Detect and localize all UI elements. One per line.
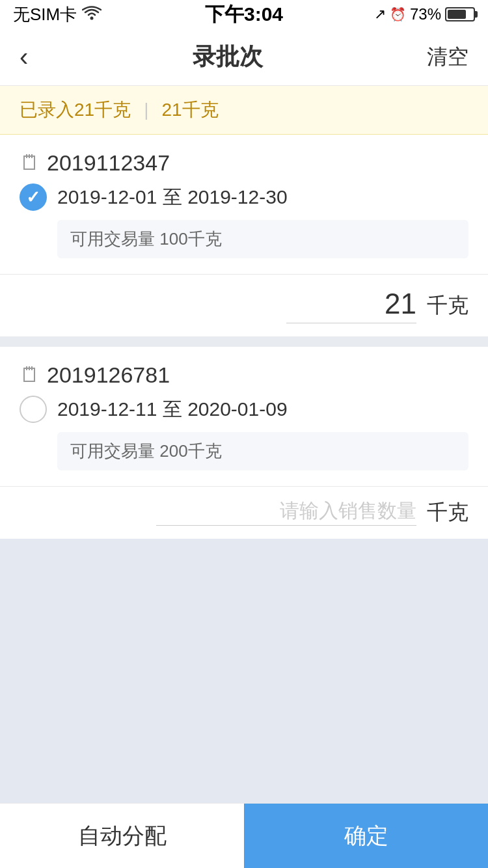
batch-2-qty-row: 请输入销售数量 千克 (0, 486, 488, 539)
batch-1-qty-underline: 21 (286, 288, 416, 323)
alarm-icon: ⏰ (390, 7, 406, 22)
battery-percent: 73% (410, 5, 441, 23)
battery-icon (445, 7, 475, 21)
batch-item-1: 🗒 2019112347 2019-12-01 至 2019-12-30 可用交… (0, 135, 488, 274)
batch-1-icon: 🗒 (20, 151, 40, 175)
batch-2-radio[interactable] (20, 396, 47, 423)
empty-area (0, 539, 488, 838)
auto-distribute-button[interactable]: 自动分配 (0, 804, 244, 868)
page-title: 录批次 (193, 41, 263, 73)
nav-bar: ‹ 录批次 清空 (0, 29, 488, 86)
batch-2-date: 2019-12-11 至 2020-01-09 (57, 396, 288, 423)
back-button[interactable]: ‹ (20, 42, 28, 72)
recorded-label: 已录入21千克 (20, 98, 131, 122)
batch-2-date-row: 2019-12-11 至 2020-01-09 (20, 396, 468, 423)
confirm-button[interactable]: 确定 (244, 804, 488, 868)
batch-2-id: 2019126781 (47, 362, 170, 388)
info-amount: 21千克 (161, 98, 218, 122)
footer: 自动分配 确定 (0, 803, 488, 868)
batch-2-header: 🗒 2019126781 (20, 362, 468, 388)
svg-point-0 (90, 16, 94, 20)
section-separator (0, 336, 488, 347)
batch-1-qty-value[interactable]: 21 (364, 288, 416, 320)
batch-1-qty-unit: 千克 (427, 292, 468, 320)
batch-item-2: 🗒 2019126781 2019-12-11 至 2020-01-09 可用交… (0, 347, 488, 486)
batch-1-header: 🗒 2019112347 (20, 150, 468, 176)
status-bar: 无SIM卡 下午3:04 ↗ ⏰ 73% (0, 0, 488, 29)
status-left: 无SIM卡 (13, 3, 102, 26)
location-icon: ↗ (374, 6, 386, 23)
status-right: ↗ ⏰ 73% (374, 5, 475, 23)
divider: | (144, 100, 148, 120)
batch-2-input-line: 请输入销售数量 (156, 500, 416, 526)
batch-1-radio[interactable] (20, 183, 47, 211)
batch-1-available: 可用交易量 100千克 (57, 220, 468, 258)
batch-2-qty-placeholder[interactable]: 请输入销售数量 (280, 498, 416, 524)
batch-2-icon: 🗒 (20, 363, 40, 387)
batch-1-id: 2019112347 (47, 150, 170, 176)
batch-1-qty-row: 21 千克 (0, 274, 488, 336)
wifi-icon (82, 5, 102, 25)
batch-2-qty-unit: 千克 (427, 498, 468, 527)
batch-2-available: 可用交易量 200千克 (57, 432, 468, 470)
info-banner: 已录入21千克 | 21千克 (0, 86, 488, 135)
carrier-text: 无SIM卡 (13, 3, 77, 26)
clear-button[interactable]: 清空 (427, 43, 468, 72)
status-time: 下午3:04 (205, 1, 283, 28)
batch-1-date: 2019-12-01 至 2019-12-30 (57, 184, 288, 211)
batch-1-date-row: 2019-12-01 至 2019-12-30 (20, 183, 468, 211)
